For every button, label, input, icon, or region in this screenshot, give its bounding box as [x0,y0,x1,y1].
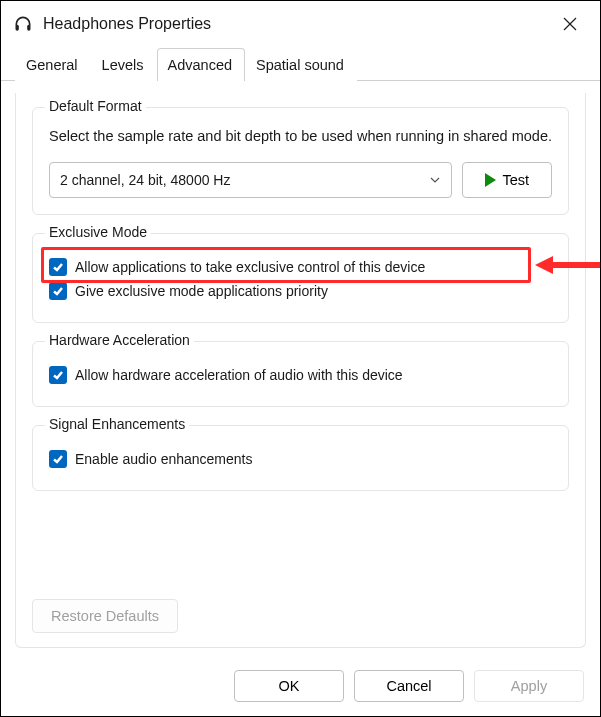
window-title: Headphones Properties [43,15,548,33]
apply-button[interactable]: Apply [474,670,584,702]
play-icon [485,173,496,187]
restore-row: Restore Defaults [32,595,569,633]
allow-hw-accel-label: Allow hardware acceleration of audio wit… [75,367,403,383]
tab-levels[interactable]: Levels [91,48,157,81]
tabstrip: General Levels Advanced Spatial sound [1,47,600,81]
titlebar: Headphones Properties [1,1,600,47]
sample-format-select[interactable]: 2 channel, 24 bit, 48000 Hz [49,162,452,198]
signal-enhancements-group: Signal Enhancements Enable audio enhance… [32,425,569,491]
default-format-group: Default Format Select the sample rate an… [32,107,569,215]
allow-hw-accel-checkbox[interactable] [49,366,67,384]
dialog-footer: OK Cancel Apply [1,660,600,716]
checkmark-icon [52,453,64,465]
svg-rect-0 [16,25,19,31]
default-format-title: Default Format [45,98,146,114]
tab-content: Default Format Select the sample rate an… [1,81,600,660]
allow-hw-accel-row[interactable]: Allow hardware acceleration of audio wit… [49,366,552,384]
checkmark-icon [52,261,64,273]
exclusive-priority-label: Give exclusive mode applications priorit… [75,283,328,299]
sample-format-value: 2 channel, 24 bit, 48000 Hz [60,172,230,188]
tab-spatial-sound[interactable]: Spatial sound [245,48,357,81]
close-icon [563,17,577,31]
enable-enhancements-row[interactable]: Enable audio enhancements [49,450,552,468]
enable-enhancements-checkbox[interactable] [49,450,67,468]
test-button[interactable]: Test [462,162,552,198]
headphones-properties-window: Headphones Properties General Levels Adv… [0,0,601,717]
ok-button[interactable]: OK [234,670,344,702]
close-button[interactable] [548,9,592,39]
tab-advanced[interactable]: Advanced [157,48,246,81]
exclusive-priority-row[interactable]: Give exclusive mode applications priorit… [49,282,552,300]
restore-defaults-button[interactable]: Restore Defaults [32,599,178,633]
allow-exclusive-label: Allow applications to take exclusive con… [75,259,425,275]
test-button-label: Test [502,172,529,188]
hardware-acceleration-title: Hardware Acceleration [45,332,194,348]
enable-enhancements-label: Enable audio enhancements [75,451,252,467]
signal-enhancements-title: Signal Enhancements [45,416,189,432]
allow-exclusive-checkbox[interactable] [49,258,67,276]
chevron-down-icon [429,174,441,186]
svg-rect-1 [27,25,30,31]
checkmark-icon [52,285,64,297]
headphones-icon [13,14,33,34]
allow-exclusive-row[interactable]: Allow applications to take exclusive con… [49,258,552,276]
cancel-button[interactable]: Cancel [354,670,464,702]
format-row: 2 channel, 24 bit, 48000 Hz Test [49,162,552,198]
checkmark-icon [52,369,64,381]
default-format-desc: Select the sample rate and bit depth to … [49,126,552,148]
exclusive-mode-group: Exclusive Mode Allow applications to tak… [32,233,569,323]
advanced-panel: Default Format Select the sample rate an… [15,93,586,648]
tab-general[interactable]: General [15,48,91,81]
exclusive-priority-checkbox[interactable] [49,282,67,300]
hardware-acceleration-group: Hardware Acceleration Allow hardware acc… [32,341,569,407]
exclusive-mode-title: Exclusive Mode [45,224,151,240]
